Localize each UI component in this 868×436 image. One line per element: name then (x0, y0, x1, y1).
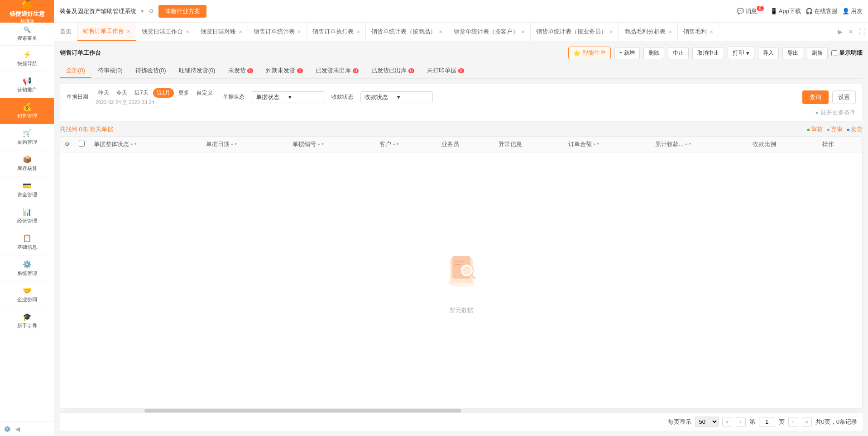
date-btn-month[interactable]: 近1月 (153, 88, 174, 98)
page-input[interactable] (759, 417, 775, 427)
sub-tab-shipped-out[interactable]: 已发货已出库 0 (365, 64, 421, 78)
sidebar-item-system[interactable]: ⚙️ 系统管理 (0, 256, 54, 282)
sidebar-item-sales[interactable]: 💰 销售管理 (0, 98, 54, 124)
tab-sales-summary-client[interactable]: 销货单统计表（按客户） ✕ (448, 23, 531, 41)
sidebar-item-operation[interactable]: 📊 经营管理 (0, 203, 54, 229)
tabs-fullscreen[interactable]: ⛶ (856, 28, 868, 35)
number-sort[interactable]: 单据编号 ▲▼ (293, 140, 370, 148)
sidebar-item-capital[interactable]: 💳 资金管理 (0, 177, 54, 203)
sub-tab-wangpu[interactable]: 旺铺待发货(0) (173, 64, 222, 78)
sidebar-item-quick-nav[interactable]: ⚡ 快捷导航 (0, 46, 54, 72)
smart-generate-button[interactable]: ⭐ 智能生单 (568, 47, 611, 59)
shipped-out-label: 已发货已出库 (371, 67, 407, 74)
sub-tab-unshipped[interactable]: 未发货 0 (222, 64, 260, 78)
dropdown-icon[interactable]: ▾ (141, 8, 144, 14)
scrollbar-thumb[interactable] (144, 409, 461, 412)
refresh-button[interactable]: 刷新 (807, 47, 828, 59)
date-btn-yesterday[interactable]: 昨天 (96, 88, 112, 98)
add-button[interactable]: + 新增 (614, 47, 640, 59)
date-btn-custom[interactable]: 自定义 (194, 88, 216, 98)
last-page-btn[interactable]: » (802, 417, 812, 427)
sidebar-item-guide[interactable]: 🎓 新手引导 (0, 308, 54, 334)
message-action[interactable]: 💬 消息 6 (737, 7, 766, 15)
sidebar-item-basic[interactable]: 📋 基础信息 (0, 229, 54, 256)
show-detail-checkbox[interactable] (831, 50, 837, 56)
sub-tab-pending-review[interactable]: 待审核(0) (91, 64, 129, 78)
per-page-select[interactable]: 50 10 20 100 (695, 417, 719, 427)
empty-state: 暂无数据 (60, 152, 862, 408)
review-action[interactable]: ● 审核 (806, 125, 823, 133)
query-button[interactable]: 查询 (802, 90, 829, 104)
cancel-review-action[interactable]: ● 弃审 (826, 125, 843, 133)
tab-sales-exec[interactable]: 销售订单执行表 ✕ (307, 23, 366, 41)
tab-sales-stat[interactable]: 销售订单统计表 ✕ (248, 23, 307, 41)
client-sort[interactable]: 客户 ▲▼ (379, 140, 432, 148)
app-download-action[interactable]: 📱 App下载 (770, 7, 801, 15)
status-filter-select[interactable]: 单据状态 ▾ (252, 91, 324, 103)
cash-daily-tab-close[interactable]: ✕ (186, 29, 189, 34)
select-all-checkbox[interactable] (79, 141, 85, 147)
th-checkbox[interactable] (74, 137, 89, 152)
user-action[interactable]: 👤 用友 (842, 7, 863, 15)
sales-order-tab-close[interactable]: ✕ (127, 29, 130, 34)
sidebar-item-inventory[interactable]: 📦 库存核算 (0, 151, 54, 177)
expand-conditions-button[interactable]: ▾ 展开更多条件 (815, 109, 856, 117)
tabs-close-all[interactable]: ✕ (845, 28, 856, 35)
company-label: 企业协同 (17, 296, 37, 303)
sales-summary-product-close[interactable]: ✕ (439, 29, 442, 34)
sub-tab-pending-check[interactable]: 待拣验货(0) (129, 64, 173, 78)
tab-home[interactable]: 首页 (54, 23, 77, 41)
date-btn-today[interactable]: 今天 (114, 88, 130, 98)
status-sort[interactable]: 单据整体状态 ▲▼ (94, 140, 197, 148)
tab-sales-order[interactable]: 销售订单工作台 ✕ (77, 23, 136, 41)
online-service-action[interactable]: 🎧 在线客服 (806, 7, 838, 15)
show-detail-label[interactable]: 显示明细 (831, 49, 863, 57)
first-page-btn[interactable]: « (722, 417, 732, 427)
sidebar-item-company[interactable]: 🤝 企业协同 (0, 282, 54, 308)
sales-stat-tab-close[interactable]: ✕ (297, 29, 301, 34)
collapse-icon[interactable]: ◀ (15, 426, 20, 432)
delete-button[interactable]: 删除 (643, 47, 664, 59)
tabs-more-icon[interactable]: ▶ (835, 28, 845, 35)
tab-cash-daily[interactable]: 钱货日清工作台 ✕ (136, 23, 195, 41)
sub-tab-overdue[interactable]: 到期未发货 0 (259, 64, 309, 78)
print-button[interactable]: 打印 ▾ (728, 47, 754, 59)
cancel-suspend-button[interactable]: 取消中止 (692, 47, 724, 59)
amount-sort[interactable]: 订单金额 ▲▼ (568, 140, 646, 148)
date-btn-7days[interactable]: 近7天 (132, 88, 151, 98)
sidebar-item-marketing[interactable]: 📢 营销推广 (0, 72, 54, 98)
sub-tab-shipped-not-out[interactable]: 已发货未出库 0 (309, 64, 365, 78)
date-btn-more[interactable]: 更多 (176, 88, 192, 98)
payment-filter-select[interactable]: 收款状态 ▾ (360, 91, 433, 103)
tab-sales-profit[interactable]: 销售毛利 ✕ (678, 23, 719, 41)
suspend-button[interactable]: 中止 (668, 47, 689, 59)
sales-summary-staff-close[interactable]: ✕ (609, 29, 613, 34)
import-button[interactable]: 导入 (758, 47, 779, 59)
tab-sales-summary-product[interactable]: 销货单统计表（按商品） ✕ (366, 23, 448, 41)
next-page-btn[interactable]: › (788, 417, 798, 427)
tab-margin-analysis[interactable]: 商品毛利分析表 ✕ (619, 23, 678, 41)
sidebar-item-purchase[interactable]: 🛒 采购管理 (0, 124, 54, 151)
collected-sort[interactable]: 累计收款... ▲▼ (655, 140, 743, 148)
tab-sales-summary-staff[interactable]: 销货单统计表（按业务员） ✕ (531, 23, 619, 41)
sub-tab-all[interactable]: 全部(0) (60, 64, 91, 78)
tab-cash-reconcile[interactable]: 钱货日清对账 ✕ (195, 23, 248, 41)
sub-tab-unprinted[interactable]: 未打印单据 0 (421, 64, 470, 78)
date-sort[interactable]: 单据日期 ▲▼ (206, 140, 284, 148)
settings-icon[interactable]: ⚙️ (4, 426, 11, 432)
cash-reconcile-tab-close[interactable]: ✕ (239, 29, 242, 34)
sales-summary-client-close[interactable]: ✕ (521, 29, 525, 34)
ship-action[interactable]: ● 发货 (846, 125, 863, 133)
prev-page-btn[interactable]: ‹ (736, 417, 746, 427)
export-button[interactable]: 导出 (782, 47, 803, 59)
gear-icon[interactable]: ⚙ (149, 8, 154, 14)
horizontal-scrollbar[interactable] (65, 409, 857, 412)
company-icon: 🤝 (23, 286, 32, 295)
sales-exec-tab-close[interactable]: ✕ (356, 29, 360, 34)
sales-profit-close[interactable]: ✕ (710, 29, 713, 34)
margin-analysis-close[interactable]: ✕ (668, 29, 672, 34)
sidebar-item-search[interactable]: 🔍 搜索菜单 (0, 23, 54, 46)
th-settings[interactable]: ⚙ (60, 137, 74, 152)
trial-button[interactable]: 体验行业方案 (158, 5, 206, 18)
setting-button[interactable]: 设置 (832, 90, 856, 104)
